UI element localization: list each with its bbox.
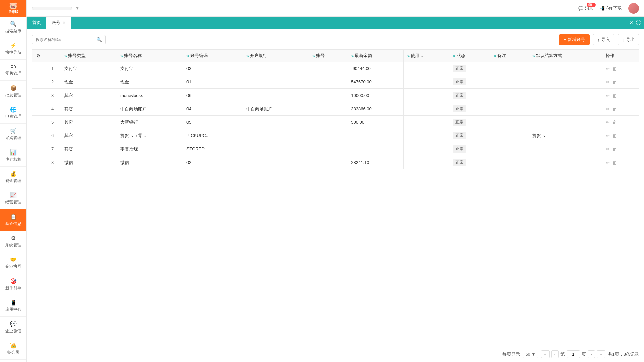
col-header-usage[interactable]: ⇅使用...: [404, 50, 449, 62]
row-index: 3: [44, 89, 61, 102]
row-default-payment: [529, 156, 602, 169]
sidebar-item-label: 批发管理: [2, 92, 25, 98]
tab-account[interactable]: 账号 ✕: [46, 17, 71, 29]
page-number-input[interactable]: [567, 350, 580, 358]
sidebar-item-system[interactable]: ⚙ 系统管理: [0, 231, 26, 252]
row-checkbox-cell[interactable]: [32, 62, 44, 75]
sidebar-item-retail[interactable]: 🛍 零售管理: [0, 60, 26, 81]
delete-icon[interactable]: 🗑: [612, 66, 617, 71]
row-type: 微信: [61, 156, 117, 169]
col-header-remark[interactable]: ⇅备注: [490, 50, 529, 62]
sidebar-item-search-menu[interactable]: 🔍 搜索菜单: [0, 17, 26, 38]
sidebar-item-wholesale[interactable]: 📦 批发管理: [0, 81, 26, 102]
col-header-code[interactable]: ⇅账号编码: [183, 50, 243, 62]
topbar-message-button[interactable]: 💬 消息 99+: [578, 5, 593, 11]
row-bank: [243, 62, 309, 75]
delete-icon[interactable]: 🗑: [612, 160, 617, 165]
col-header-type[interactable]: ⇅账号类型: [61, 50, 117, 62]
per-page-label: 每页显示: [502, 351, 520, 357]
sidebar-item-ecommerce[interactable]: 🌐 电商管理: [0, 102, 26, 124]
edit-icon[interactable]: ✏: [606, 93, 610, 98]
row-code: PICKUPC...: [183, 129, 243, 142]
app-download-icon: 📲: [600, 6, 605, 11]
delete-icon[interactable]: 🗑: [612, 93, 617, 98]
sidebar-item-inventory[interactable]: 📊 库存核算: [0, 145, 26, 167]
content-area: 🔍 + 新增账号 ↑ 导入 ↓ 导出 ⚙: [27, 29, 644, 346]
search-input[interactable]: [36, 37, 96, 42]
row-checkbox-cell[interactable]: [32, 102, 44, 116]
row-checkbox-cell[interactable]: [32, 142, 44, 156]
sidebar-item-basic-info[interactable]: 📋 基础信息: [0, 209, 26, 231]
row-remark: [490, 116, 529, 129]
row-type: 支付宝: [61, 62, 117, 75]
edit-icon[interactable]: ✏: [606, 120, 610, 125]
col-header-account[interactable]: ⇅账号: [309, 50, 347, 62]
sidebar-item-wechat[interactable]: 💬 企业微信: [0, 317, 26, 338]
col-header-bank[interactable]: ⇅开户银行: [243, 50, 309, 62]
row-actions: ✏ 🗑: [602, 116, 639, 129]
page-label: 第: [560, 351, 565, 357]
col-header-status[interactable]: ⇅状态: [449, 50, 490, 62]
row-checkbox-cell[interactable]: [32, 156, 44, 169]
edit-icon[interactable]: ✏: [606, 66, 610, 71]
sidebar-item-label: 库存核算: [2, 157, 25, 162]
col-header-balance[interactable]: ⇅最新余额: [347, 50, 404, 62]
import-button[interactable]: ↑ 导入: [593, 34, 614, 45]
tab-close-icon[interactable]: ✕: [62, 20, 66, 25]
row-default-payment: [529, 142, 602, 156]
row-default-payment: [529, 89, 602, 102]
minimize-icon[interactable]: ✕: [629, 20, 633, 25]
row-remark: [490, 102, 529, 116]
edit-icon[interactable]: ✏: [606, 133, 610, 138]
row-status: 正常: [449, 89, 490, 102]
first-page-button[interactable]: «: [541, 350, 549, 358]
delete-icon[interactable]: 🗑: [612, 106, 617, 112]
col-header-default-payment[interactable]: ⇅默认结算方式: [529, 50, 602, 62]
row-actions: ✏ 🗑: [602, 156, 639, 169]
delete-icon[interactable]: 🗑: [612, 120, 617, 125]
export-button[interactable]: ↓ 导出: [618, 34, 639, 45]
edit-icon[interactable]: ✏: [606, 160, 610, 165]
row-actions: ✏ 🗑: [602, 75, 639, 89]
row-checkbox-cell[interactable]: [32, 89, 44, 102]
sidebar-item-enterprise[interactable]: 🤝 企业协同: [0, 252, 26, 274]
prev-page-button[interactable]: ‹: [551, 350, 559, 358]
col-header-name[interactable]: ⇅账号名称: [117, 50, 183, 62]
sidebar-item-operations[interactable]: 📈 经营管理: [0, 188, 26, 209]
row-checkbox-cell[interactable]: [32, 116, 44, 129]
row-checkbox-cell[interactable]: [32, 75, 44, 89]
delete-icon[interactable]: 🗑: [612, 133, 617, 138]
add-account-button[interactable]: + 新增账号: [559, 34, 590, 45]
sidebar-item-app-center[interactable]: 📱 应用中心: [0, 295, 26, 317]
sidebar-item-quick-nav[interactable]: ⚡ 快捷导航: [0, 38, 26, 60]
topbar-search-box[interactable]: [32, 7, 72, 10]
row-checkbox-cell[interactable]: [32, 129, 44, 142]
per-page-select[interactable]: 50 ▼: [523, 351, 538, 358]
table-row: 1 支付宝 支付宝 03 -90444.00 正常 ✏ 🗑: [32, 62, 639, 75]
sidebar-item-purchase[interactable]: 🛒 采购管理: [0, 124, 26, 145]
edit-icon[interactable]: ✏: [606, 106, 610, 112]
edit-icon[interactable]: ✏: [606, 79, 610, 85]
maximize-icon[interactable]: ⛶: [636, 20, 641, 25]
next-page-button[interactable]: ›: [588, 350, 595, 358]
retail-icon: 🛍: [2, 64, 25, 70]
search-box[interactable]: 🔍: [32, 35, 106, 44]
delete-icon[interactable]: 🗑: [612, 79, 617, 85]
search-icon[interactable]: 🔍: [96, 37, 102, 42]
edit-icon[interactable]: ✏: [606, 146, 610, 152]
delete-icon[interactable]: 🗑: [612, 146, 617, 152]
last-page-button[interactable]: »: [597, 350, 605, 358]
topbar-chevron-icon[interactable]: ▼: [75, 6, 79, 11]
col-header-settings[interactable]: ⚙: [32, 50, 44, 62]
sidebar-item-member[interactable]: 👑 畅会员: [0, 338, 26, 360]
topbar-app-download[interactable]: 📲 App下载: [600, 5, 622, 11]
sidebar-item-guide[interactable]: 🎯 新手引导: [0, 274, 26, 295]
row-remark: [490, 156, 529, 169]
user-avatar[interactable]: [628, 3, 639, 14]
row-actions: ✏ 🗑: [602, 142, 639, 156]
tab-home[interactable]: 首页: [27, 17, 46, 29]
row-balance: 547670.00: [347, 75, 404, 89]
sidebar-item-finance[interactable]: 💰 资金管理: [0, 167, 26, 188]
table-row: 7 其它 零售抵现 STORED... 正常 ✏ 🗑: [32, 142, 639, 156]
row-code: 01: [183, 75, 243, 89]
